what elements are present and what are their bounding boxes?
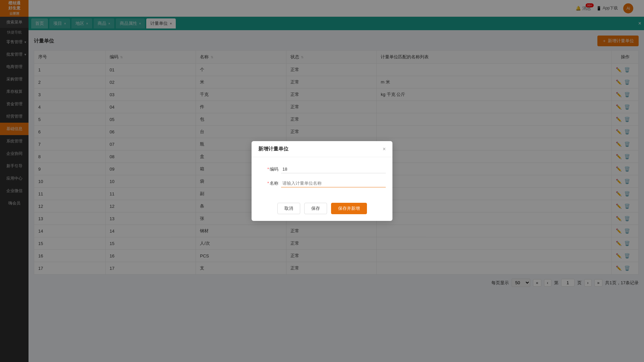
code-input[interactable] [281,165,386,173]
cancel-button[interactable]: 取消 [277,203,300,214]
modal-title: 新增计量单位 [258,146,288,152]
modal-overlay[interactable]: 新增计量单位 × 编码 名称 取消 保存 保存并新增 [0,0,644,362]
form-row-name: 名称 [258,179,386,187]
code-label: 编码 [258,166,278,172]
modal-header: 新增计量单位 × [252,141,392,157]
save-and-new-button[interactable]: 保存并新增 [331,203,367,214]
modal-footer: 取消 保存 保存并新增 [252,199,392,221]
modal-close-button[interactable]: × [383,146,386,152]
save-button[interactable]: 保存 [304,203,327,214]
add-unit-modal: 新增计量单位 × 编码 名称 取消 保存 保存并新增 [252,141,392,221]
name-label: 名称 [258,180,278,186]
name-input[interactable] [281,179,386,187]
form-row-code: 编码 [258,165,386,173]
modal-body: 编码 名称 [252,157,392,199]
